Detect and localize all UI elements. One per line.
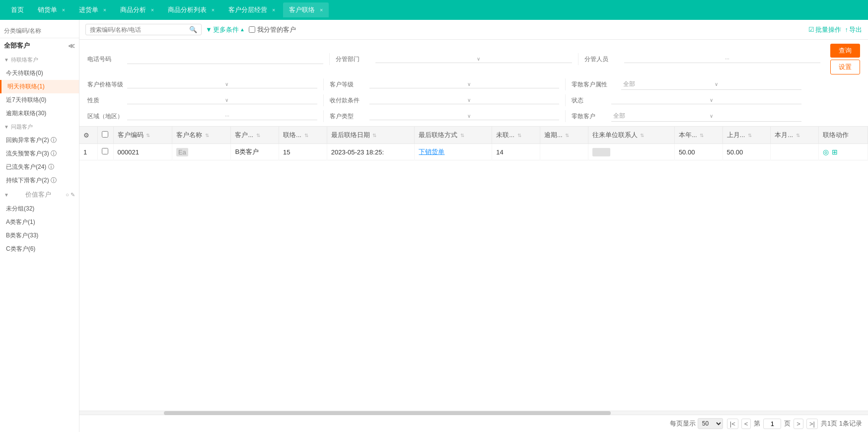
filter-more-btn[interactable]: ▼ 更多条件 ▲: [206, 25, 245, 34]
sidebar-item-ungrouped[interactable]: 未分组(32): [0, 202, 79, 216]
cell-contact-count: 15: [279, 144, 327, 160]
filter-retail-select[interactable]: 全部 ∨: [611, 111, 801, 122]
close-product-analysis-icon[interactable]: ×: [151, 7, 154, 13]
col-overdue[interactable]: 逾期... ⇅: [540, 127, 588, 144]
close-product-analysis-list-icon[interactable]: ×: [212, 7, 215, 13]
sidebar-item-churned[interactable]: 已流失客户(24) ⓘ: [0, 160, 79, 174]
my-customers-filter[interactable]: 我分管的客户: [249, 25, 296, 34]
filter-person: 分管人员 ···: [584, 55, 820, 64]
filter-retail: 零散客户 全部 ∨: [572, 111, 801, 122]
filter-nature-select[interactable]: ∨: [127, 96, 317, 104]
row-checkbox[interactable]: [102, 148, 108, 154]
all-customers-title[interactable]: 全部客户 ≪: [0, 38, 79, 53]
col-contact-count[interactable]: 联络... ⇅: [279, 127, 327, 144]
my-customers-checkbox[interactable]: [249, 26, 255, 33]
filter-status: 状态 ∨: [572, 96, 801, 105]
sidebar-item-churn-warning[interactable]: 流失预警客户(3) ⓘ: [0, 147, 79, 160]
sidebar-item-declining[interactable]: 持续下滑客户(2) ⓘ: [0, 174, 79, 187]
region-arrow-icon: ···: [223, 112, 317, 120]
scroll-thumb[interactable]: [164, 411, 611, 415]
price-arrow-icon: ∨: [223, 80, 317, 88]
batch-operation-btn[interactable]: ☑ 批量操作: [808, 25, 841, 34]
horizontal-scrollbar[interactable]: [79, 411, 868, 415]
filter-row-3: 性质 ∨ 收付款条件 ∨ 状态: [87, 94, 860, 106]
select-all-checkbox[interactable]: [102, 131, 108, 138]
contact-action-icon[interactable]: ◎: [823, 148, 829, 156]
filter-customer-level: 客户等级 ∨: [330, 80, 560, 89]
cell-last-method[interactable]: 下销货单: [415, 144, 492, 160]
cell-name[interactable]: Ea: [172, 144, 230, 160]
sidebar-item-overdue[interactable]: 逾期未联络(30): [0, 107, 79, 120]
filter-phone-input[interactable]: [127, 55, 323, 64]
page-size-select[interactable]: 50 100 200: [698, 418, 723, 429]
sidebar-item-class-a[interactable]: A类客户(1): [0, 216, 79, 229]
filter-region-select[interactable]: ···: [127, 112, 317, 120]
filter-customer-type-select[interactable]: ∨: [369, 112, 560, 120]
col-checkbox[interactable]: [97, 127, 113, 144]
filter-customer-type: 客户类型 ∨: [330, 112, 560, 121]
next-page-btn[interactable]: >: [794, 419, 803, 429]
col-this-year[interactable]: 本年... ⇅: [674, 127, 723, 144]
filter-status-select[interactable]: ∨: [611, 96, 801, 104]
sidebar-item-class-c[interactable]: C类客户(6): [0, 242, 79, 256]
set-btn[interactable]: 设置: [830, 60, 860, 74]
nav-product-analysis[interactable]: 商品分析 ×: [114, 2, 160, 17]
code-sort-icon: ⇅: [146, 133, 150, 138]
collapse-icon: ≪: [68, 42, 75, 50]
sidebar-item-7days[interactable]: 近7天待联络(0): [0, 93, 79, 107]
nav-product-analysis-list[interactable]: 商品分析列表 ×: [162, 2, 220, 17]
filter-phone: 电话号码: [87, 55, 323, 64]
query-btn[interactable]: 查询: [830, 44, 860, 58]
sidebar-item-abnormal[interactable]: 回购异常客户(2) ⓘ: [0, 134, 79, 147]
col-this-month[interactable]: 本月... ⇅: [771, 127, 819, 144]
table-wrap: ⚙ 客户编码 ⇅ 客户名称 ⇅ 客户... ⇅ 联络... ⇅ 最后联络日期 ⇅…: [79, 127, 868, 411]
filter-price-select[interactable]: ∨: [127, 80, 317, 88]
filter-level-select[interactable]: ∨: [369, 80, 560, 88]
filter-dept-select[interactable]: ∨: [375, 55, 572, 63]
prev-page-btn[interactable]: <: [741, 419, 751, 429]
filter-panel: 电话号码 分管部门 ∨ 分管人员 ···: [79, 40, 868, 127]
filter-person-select[interactable]: ···: [624, 55, 820, 63]
sidebar-search-input[interactable]: [4, 27, 78, 34]
col-last-date[interactable]: 最后联络日期 ⇅: [327, 127, 415, 144]
cell-idx: 1: [79, 144, 97, 160]
cell-checkbox[interactable]: [97, 144, 113, 160]
close-customer-contact-icon[interactable]: ×: [320, 7, 323, 13]
close-sales-icon[interactable]: ×: [62, 7, 65, 13]
nav-customer-stratify[interactable]: 客户分层经营 ×: [222, 2, 281, 17]
nav-sales[interactable]: 销货单 ×: [32, 2, 71, 17]
cell-this-month: [771, 144, 819, 160]
nav-purchase[interactable]: 进货单 ×: [73, 2, 112, 17]
col-code[interactable]: 客户编码 ⇅: [113, 127, 172, 144]
close-customer-stratify-icon[interactable]: ×: [272, 7, 275, 13]
type-sort-icon: ⇅: [256, 133, 260, 138]
sidebar-item-tomorrow[interactable]: 明天待联络(1): [0, 80, 79, 93]
col-settings[interactable]: ⚙: [79, 127, 97, 144]
col-company-contact[interactable]: 往来单位联系人 ⇅: [588, 127, 674, 144]
col-last-method[interactable]: 最后联络方式 ⇅: [415, 127, 492, 144]
filter-retail-attr-select[interactable]: 全部 ∨: [621, 79, 801, 90]
filter-payment-select[interactable]: ∨: [369, 96, 560, 104]
problem-group-title: 问题客户: [0, 120, 79, 134]
sidebar-item-today[interactable]: 今天待联络(0): [0, 67, 79, 80]
search-input[interactable]: [90, 26, 189, 33]
search-icon: 🔍: [189, 26, 197, 33]
export-btn[interactable]: ↑ 导出: [845, 25, 863, 34]
nav-customer-contact[interactable]: 客户联络 ×: [283, 2, 329, 17]
first-page-btn[interactable]: |<: [727, 419, 738, 429]
col-name[interactable]: 客户名称 ⇅: [172, 127, 230, 144]
filter-nature: 性质 ∨: [87, 96, 317, 105]
more-action-icon[interactable]: ⊞: [832, 148, 838, 156]
filter-payment: 收付款条件 ∨: [330, 96, 560, 105]
nav-home[interactable]: 首页: [5, 2, 30, 17]
retail-arrow-icon: ∨: [708, 112, 801, 120]
page-size-wrap: 每页显示 50 100 200: [670, 418, 723, 429]
company-contact-sort-icon: ⇅: [640, 133, 644, 138]
page-input[interactable]: [763, 419, 781, 429]
col-type[interactable]: 客户... ⇅: [231, 127, 279, 144]
last-page-btn[interactable]: >|: [806, 419, 818, 429]
sidebar-item-class-b[interactable]: B类客户(33): [0, 229, 79, 242]
col-last-month[interactable]: 上月... ⇅: [723, 127, 771, 144]
close-purchase-icon[interactable]: ×: [103, 7, 106, 13]
col-not-contacted[interactable]: 未联... ⇅: [492, 127, 540, 144]
